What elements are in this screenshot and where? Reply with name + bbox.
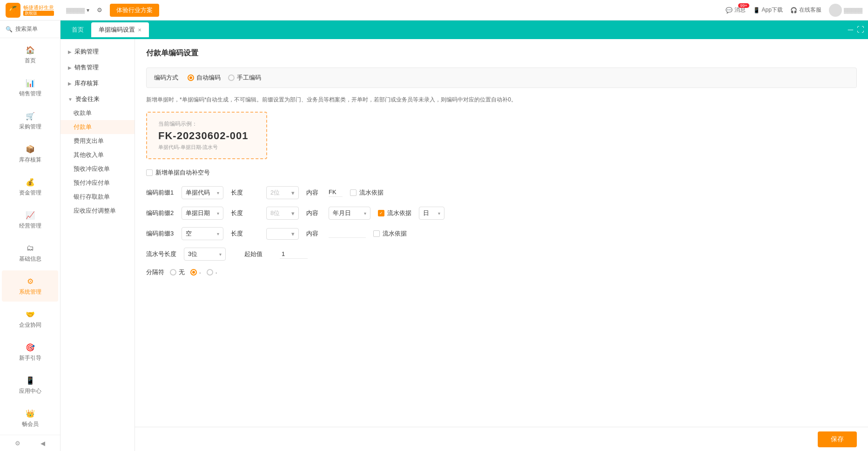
tab-bar: 首页 单据编码设置 ✕ ─ ⛶	[61, 20, 868, 39]
sub-menu-item-receipt[interactable]: 收款单	[61, 106, 135, 120]
sub-menu-title-purchase[interactable]: ▶ 采购管理	[61, 45, 135, 59]
stream1-row: 流水依据	[350, 188, 384, 197]
brand-icon: 🍊	[6, 3, 20, 18]
serial-length-label: 流水号长度	[146, 250, 176, 258]
code-preview-label: 当前编码示例：	[158, 120, 255, 128]
arrow-icon-inventory: ▶	[68, 81, 72, 86]
prefix1-label: 编码前缀1	[146, 188, 174, 197]
sub-menu-item-prepayment-ap[interactable]: 预付冲应付单	[61, 176, 135, 190]
auto-fill-checkbox[interactable]	[146, 169, 153, 176]
length2-arrow-icon: ▾	[291, 210, 295, 217]
message-badge: 99+	[738, 3, 749, 8]
sidebar-item-enterprise[interactable]: 🤝 企业协同	[2, 303, 58, 335]
start-value-input[interactable]	[280, 249, 308, 259]
online-service-item[interactable]: 🎧 在线客服	[790, 6, 821, 14]
sidebar-item-purchase[interactable]: 🛒 采购管理	[2, 105, 58, 136]
length3-label: 长度	[231, 229, 259, 238]
auto-fill-row: 新增单据自动补空号	[146, 168, 857, 177]
stream2-checkbox[interactable]: ✓	[378, 210, 384, 216]
prefix1-select[interactable]: 单据代码 ▾	[182, 186, 223, 199]
page-content: ▶ 采购管理 ▶ 销售管理 ▶ 库存核算	[61, 39, 868, 451]
tab-maximize-icon[interactable]: ⛶	[857, 26, 864, 34]
sidebar-item-basic[interactable]: 🗂 基础信息	[2, 237, 58, 269]
sub-menu-item-expense[interactable]: 费用支出单	[61, 134, 135, 148]
radio-auto[interactable]: 自动编码	[188, 74, 221, 82]
sidebar-item-guide[interactable]: 🎯 新手引导	[2, 337, 58, 368]
avatar	[829, 4, 842, 17]
form-wrapper: 付款单编码设置 编码方式 自动编码 手工编码	[135, 39, 868, 451]
brand-text: 畅捷通好生意 旗舰版	[23, 4, 54, 16]
tab-encode-settings[interactable]: 单据编码设置 ✕	[91, 22, 149, 37]
message-item[interactable]: 💬 消息 99+	[726, 6, 746, 14]
tab-bar-actions: ─ ⛶	[848, 26, 864, 34]
sub-menu: ▶ 采购管理 ▶ 销售管理 ▶ 库存核算	[61, 39, 135, 451]
sub-menu-item-payment[interactable]: 付款单	[61, 120, 135, 134]
tab-minimize-icon[interactable]: ─	[848, 26, 853, 34]
sep-dot2[interactable]: ·	[207, 269, 217, 276]
length1-select[interactable]: 2位 ▾	[266, 186, 299, 199]
form-area: 付款单编码设置 编码方式 自动编码 手工编码	[135, 39, 868, 427]
serial-row: 流水号长度 3位 ▾ 起始值	[146, 248, 857, 261]
serial-length-select[interactable]: 3位 ▾	[184, 248, 226, 261]
sep-none[interactable]: 无	[170, 268, 185, 276]
content2-select[interactable]: 年月日 ▾	[329, 207, 370, 220]
finance-icon: 💰	[25, 177, 35, 187]
tab-home[interactable]: 首页	[64, 22, 91, 37]
company-dropdown[interactable]: ▓▓▓▓▓ ▾	[66, 7, 89, 13]
sidebar-item-apps[interactable]: 📱 应用中心	[2, 370, 58, 401]
operations-icon: 📈	[25, 210, 35, 220]
tab-close-icon[interactable]: ✕	[138, 27, 141, 33]
day-select[interactable]: 日 ▾	[419, 207, 444, 220]
arrow-icon-purchase: ▶	[68, 49, 72, 54]
bottom-bar: 保存	[135, 427, 868, 451]
stream1-checkbox[interactable]	[350, 189, 357, 196]
sep-dot1[interactable]: ·	[190, 269, 201, 276]
prefix1-arrow-icon: ▾	[217, 190, 219, 195]
sidebar-item-operations[interactable]: 📈 经营管理	[2, 204, 58, 236]
content3-value	[329, 229, 366, 238]
app-icon: 📱	[753, 7, 760, 13]
app-download-item[interactable]: 📱 App下载	[753, 6, 783, 14]
serial-length-arrow-icon: ▾	[219, 252, 222, 257]
sub-menu-title-inventory[interactable]: ▶ 库存核算	[61, 76, 135, 90]
sidebar-item-system[interactable]: ⚙ 系统管理	[2, 270, 58, 302]
content1-value: FK	[329, 188, 343, 197]
bottom-collapse-icon[interactable]: ◀	[40, 440, 45, 447]
sidebar: 🔍 搜索菜单 🏠 首页 📊 销售管理 🛒 采购管理 📦 库存核算 💰 资金管理 …	[0, 20, 61, 451]
stream3-checkbox[interactable]	[373, 230, 380, 237]
user-info[interactable]: ▓▓▓▓▓	[829, 4, 862, 17]
sidebar-item-sales[interactable]: 📊 销售管理	[2, 72, 58, 103]
length1-label: 长度	[231, 188, 259, 197]
stream2-row: ✓ 流水依据	[378, 209, 411, 217]
stream3-row: 流水依据	[373, 229, 407, 238]
save-button[interactable]: 保存	[818, 431, 857, 447]
sidebar-item-inventory[interactable]: 📦 库存核算	[2, 138, 58, 169]
trial-button[interactable]: 体验行业方案	[110, 4, 159, 17]
sub-menu-title-sales[interactable]: ▶ 销售管理	[61, 61, 135, 74]
search-menu[interactable]: 🔍 搜索菜单	[0, 20, 60, 38]
bottom-settings-icon[interactable]: ⚙	[15, 440, 20, 447]
sidebar-item-home[interactable]: 🏠 首页	[2, 39, 58, 70]
radio-manual[interactable]: 手工编码	[228, 74, 261, 82]
basic-icon: 🗂	[25, 243, 35, 253]
user-name: ▓▓▓▓▓	[844, 7, 862, 13]
guide-icon: 🎯	[25, 342, 35, 352]
prefix2-select[interactable]: 单据日期 ▾	[182, 207, 223, 220]
sidebar-item-member[interactable]: 👑 畅会员	[2, 403, 58, 434]
sub-menu-title-finance[interactable]: ▼ 资金往来	[61, 92, 135, 106]
dropdown-arrow-icon: ▾	[87, 7, 89, 13]
settings-icon[interactable]: ⚙	[93, 4, 106, 17]
sub-menu-item-bank[interactable]: 银行存取款单	[61, 190, 135, 204]
stream3-label: 流水依据	[383, 229, 407, 238]
apps-icon: 📱	[25, 375, 35, 385]
length2-select[interactable]: 8位 ▾	[266, 207, 299, 220]
sub-menu-item-prepayment-ar[interactable]: 预收冲应收单	[61, 162, 135, 176]
sidebar-item-finance[interactable]: 💰 资金管理	[2, 171, 58, 202]
prefix3-select[interactable]: 空 ▾	[182, 227, 223, 240]
encode-method-row: 编码方式 自动编码 手工编码	[146, 67, 857, 88]
sub-menu-group-finance: ▼ 资金往来 收款单 付款单 费用支出单 其他收入单	[61, 92, 135, 218]
length3-select[interactable]: ▾	[266, 228, 299, 240]
sub-menu-item-adjustment[interactable]: 应收应付调整单	[61, 204, 135, 218]
radio-group: 自动编码 手工编码	[188, 74, 261, 82]
sub-menu-item-other-income[interactable]: 其他收入单	[61, 148, 135, 162]
